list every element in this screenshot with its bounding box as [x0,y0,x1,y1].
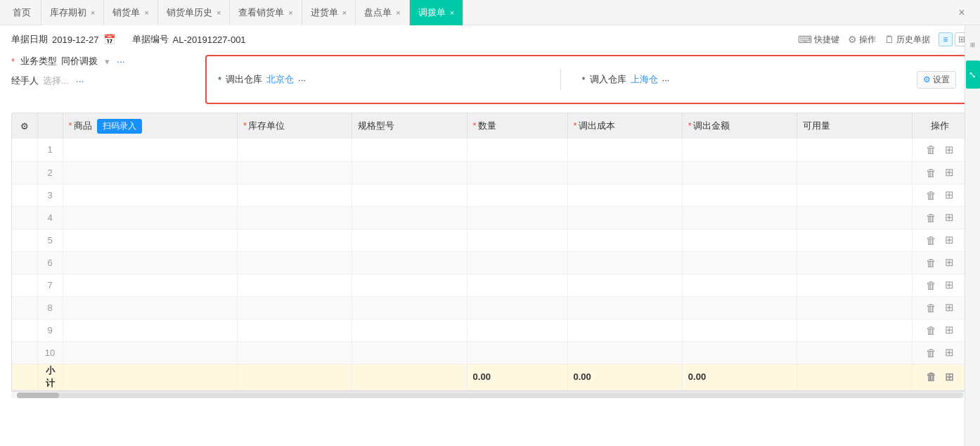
biz-type-more[interactable]: ··· [117,56,125,67]
copy-row-icon[interactable]: ⊞ [942,143,956,157]
unit-cell[interactable] [237,251,352,274]
tab-inventory-count-close[interactable]: × [396,8,400,17]
amount-cell[interactable] [682,274,797,296]
qty-cell[interactable] [467,319,567,341]
goods-cell[interactable] [63,251,237,274]
goods-cell[interactable] [63,206,237,229]
delete-row-icon[interactable]: 🗑 [924,165,938,179]
layout-list-icon[interactable]: ≡ [939,32,953,46]
tab-inventory-count[interactable]: 盘点单 × [356,0,409,25]
qty-cell[interactable] [467,251,567,274]
tab-purchase-close[interactable]: × [342,8,347,17]
scan-btn[interactable]: 扫码录入 [97,119,142,134]
amount-cell[interactable] [682,184,797,206]
unit-cell[interactable] [237,206,352,229]
scroll-thumb[interactable] [17,393,59,398]
tab-view-sales-close[interactable]: × [288,8,292,17]
cost-cell[interactable] [567,161,682,184]
cost-cell[interactable] [567,251,682,274]
biz-type-value[interactable]: 同价调拨 [61,55,98,68]
copy-row-icon[interactable]: ⊞ [942,345,956,359]
goods-cell[interactable] [63,184,237,206]
amount-cell[interactable]: 0.00 [682,364,797,390]
cost-cell[interactable] [567,319,682,341]
cost-cell[interactable] [567,229,682,251]
delete-row-icon[interactable]: 🗑 [924,143,938,157]
delete-row-icon[interactable]: 🗑 [924,300,938,314]
out-warehouse-value[interactable]: 北京仓 [266,73,294,86]
copy-row-icon[interactable]: ⊞ [942,165,956,179]
sidebar-expand-icon[interactable]: ⤢ [966,60,980,89]
copy-row-icon[interactable]: ⊞ [942,233,956,247]
unit-cell[interactable] [237,274,352,296]
goods-cell[interactable] [63,229,237,251]
tab-sales-order[interactable]: 销货单 × [104,0,157,25]
amount-cell[interactable] [682,206,797,229]
copy-row-icon[interactable]: ⊞ [942,323,956,337]
goods-cell[interactable] [63,319,237,341]
cost-cell[interactable] [567,274,682,296]
spec-cell[interactable] [352,206,467,229]
delete-row-icon[interactable]: 🗑 [924,345,938,359]
copy-row-icon[interactable]: ⊞ [942,188,956,202]
tab-transfer[interactable]: 调拨单 × [410,0,463,25]
cost-cell[interactable] [567,139,682,161]
goods-cell[interactable] [63,341,237,364]
spec-cell[interactable] [352,274,467,296]
cost-cell[interactable] [567,341,682,364]
spec-cell[interactable] [352,229,467,251]
sidebar-list-icon[interactable]: ≡ [966,31,980,59]
unit-cell[interactable] [237,139,352,161]
delete-row-icon[interactable]: 🗑 [924,323,938,337]
out-warehouse-more[interactable]: ··· [298,75,306,85]
delete-row-icon[interactable]: 🗑 [924,278,938,292]
tab-transfer-close[interactable]: × [450,8,454,17]
handler-value[interactable]: 选择... [43,75,69,87]
tab-purchase[interactable]: 进货单 × [302,0,356,25]
cost-cell[interactable] [567,184,682,206]
in-warehouse-value[interactable]: 上海仓 [631,73,658,86]
delete-row-icon[interactable]: 🗑 [924,370,938,384]
delete-row-icon[interactable]: 🗑 [924,210,938,224]
qty-cell[interactable] [467,139,567,161]
amount-cell[interactable] [682,229,797,251]
amount-cell[interactable] [682,251,797,274]
unit-cell[interactable] [237,184,352,206]
goods-cell[interactable] [63,139,237,161]
shortcuts-action[interactable]: ⌨ 快捷键 [798,34,839,46]
scroll-area[interactable] [11,391,969,398]
copy-row-icon[interactable]: ⊞ [942,210,956,224]
goods-cell[interactable] [63,364,237,390]
qty-cell[interactable] [467,341,567,364]
tab-home[interactable]: 首页 [3,0,41,25]
copy-row-icon[interactable]: ⊞ [942,300,956,314]
amount-cell[interactable] [682,341,797,364]
amount-cell[interactable] [682,296,797,319]
spec-cell[interactable] [352,251,467,274]
goods-cell[interactable] [63,161,237,184]
in-warehouse-more[interactable]: ··· [662,75,670,85]
biz-type-dropdown[interactable]: ▾ [105,56,110,67]
tab-view-sales[interactable]: 查看销货单 × [230,0,302,25]
cost-cell[interactable] [567,206,682,229]
amount-cell[interactable] [682,139,797,161]
qty-cell[interactable]: 0.00 [467,364,567,390]
goods-cell[interactable] [63,274,237,296]
unit-cell[interactable] [237,229,352,251]
operations-action[interactable]: ⚙ 操作 [848,34,876,46]
unit-cell[interactable] [237,161,352,184]
cost-cell[interactable] [567,296,682,319]
qty-cell[interactable] [467,184,567,206]
tab-sales-history-close[interactable]: × [217,8,221,17]
spec-cell[interactable] [352,139,467,161]
spec-cell[interactable] [352,364,467,390]
tab-inventory-init[interactable]: 库存期初 × [41,0,104,25]
setting-button[interactable]: ⚙ 设置 [917,71,956,89]
spec-cell[interactable] [352,184,467,206]
amount-cell[interactable] [682,319,797,341]
tab-sales-history[interactable]: 销货单历史 × [158,0,230,25]
unit-cell[interactable] [237,341,352,364]
spec-cell[interactable] [352,319,467,341]
copy-row-icon[interactable]: ⊞ [942,278,956,292]
spec-cell[interactable] [352,161,467,184]
